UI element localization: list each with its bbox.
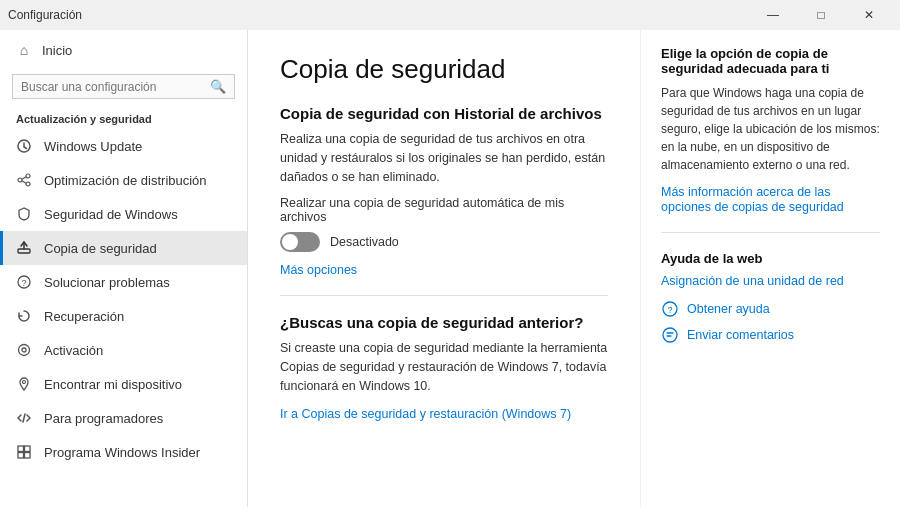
sidebar: ⌂ Inicio 🔍 Actualización y seguridad Win… [0, 30, 248, 507]
backup-toggle[interactable] [280, 232, 320, 252]
page-title: Copia de seguridad [280, 54, 608, 85]
help-title: Ayuda de la web [661, 251, 880, 266]
copia-icon [16, 240, 32, 256]
sidebar-item-insider[interactable]: Programa Windows Insider [0, 435, 247, 469]
sidebar-item-label: Para programadores [44, 411, 163, 426]
get-help-link[interactable]: Obtener ayuda [687, 302, 770, 316]
content-area: ⌂ Inicio 🔍 Actualización y seguridad Win… [0, 30, 900, 507]
sidebar-item-label: Seguridad de Windows [44, 207, 178, 222]
sidebar-item-label: Programa Windows Insider [44, 445, 200, 460]
search-box: 🔍 [12, 74, 235, 99]
help-section: Ayuda de la web Asignación de una unidad… [661, 251, 880, 344]
encontrar-icon [16, 376, 32, 392]
right-divider [661, 232, 880, 233]
sidebar-item-seguridad[interactable]: Seguridad de Windows [0, 197, 247, 231]
window: Configuración — □ ✕ ⌂ Inicio 🔍 Actualiza… [0, 0, 900, 507]
titlebar-controls: — □ ✕ [750, 0, 892, 30]
more-options-link[interactable]: Más opciones [280, 263, 357, 277]
windows-update-icon [16, 138, 32, 154]
sidebar-item-activacion[interactable]: Activación [0, 333, 247, 367]
right-panel: Elige la opción de copia de seguridad ad… [640, 30, 900, 507]
sidebar-item-label: Windows Update [44, 139, 142, 154]
sidebar-item-label: Encontrar mi dispositivo [44, 377, 182, 392]
tip-desc: Para que Windows haga una copia de segur… [661, 84, 880, 174]
go-restore-link[interactable]: Ir a Copias de seguridad y restauración … [280, 407, 571, 421]
svg-point-9 [19, 345, 30, 356]
section1-heading: Copia de seguridad con Historial de arch… [280, 105, 608, 122]
svg-line-12 [23, 414, 25, 422]
svg-text:?: ? [21, 278, 26, 288]
sidebar-item-recuperacion[interactable]: Recuperación [0, 299, 247, 333]
sidebar-home[interactable]: ⌂ Inicio [0, 30, 247, 70]
sidebar-item-solucionar[interactable]: ? Solucionar problemas [0, 265, 247, 299]
svg-rect-15 [18, 453, 24, 459]
svg-rect-14 [25, 446, 31, 452]
sidebar-item-windows-update[interactable]: Windows Update [0, 129, 247, 163]
section1-desc: Realiza una copia de seguridad de tus ar… [280, 130, 608, 186]
search-input[interactable] [21, 80, 210, 94]
svg-line-4 [22, 177, 26, 179]
recuperacion-icon [16, 308, 32, 324]
titlebar: Configuración — □ ✕ [0, 0, 900, 30]
sidebar-item-label: Copia de seguridad [44, 241, 157, 256]
close-button[interactable]: ✕ [846, 0, 892, 30]
send-feedback-item[interactable]: Enviar comentarios [661, 326, 880, 344]
sidebar-item-copia[interactable]: Copia de seguridad [0, 231, 247, 265]
svg-point-11 [23, 381, 26, 384]
section-anterior: ¿Buscas una copia de seguridad anterior?… [280, 314, 608, 420]
sidebar-item-encontrar[interactable]: Encontrar mi dispositivo [0, 367, 247, 401]
section2-heading: ¿Buscas una copia de seguridad anterior? [280, 314, 608, 331]
svg-point-1 [18, 178, 22, 182]
svg-rect-13 [18, 446, 24, 452]
section-historial: Copia de seguridad con Historial de arch… [280, 105, 608, 277]
tip-link[interactable]: Más información acerca de las opciones d… [661, 185, 844, 214]
sidebar-item-label: Activación [44, 343, 103, 358]
home-icon: ⌂ [16, 42, 32, 58]
distribucion-icon [16, 172, 32, 188]
minimize-button[interactable]: — [750, 0, 796, 30]
svg-point-3 [26, 182, 30, 186]
sidebar-item-label: Recuperación [44, 309, 124, 324]
sidebar-item-programadores[interactable]: Para programadores [0, 401, 247, 435]
sidebar-item-label: Optimización de distribución [44, 173, 207, 188]
main-content: Copia de seguridad Copia de seguridad co… [248, 30, 640, 507]
svg-rect-16 [25, 453, 31, 459]
section2-desc: Si creaste una copia de seguridad median… [280, 339, 608, 395]
tip-title: Elige la opción de copia de seguridad ad… [661, 46, 880, 76]
get-help-item[interactable]: ? Obtener ayuda [661, 300, 880, 318]
toggle-label: Desactivado [330, 235, 399, 249]
activacion-icon [16, 342, 32, 358]
seguridad-icon [16, 206, 32, 222]
programadores-icon [16, 410, 32, 426]
sidebar-section-title: Actualización y seguridad [0, 107, 247, 129]
tip-section: Elige la opción de copia de seguridad ad… [661, 46, 880, 214]
solucionar-icon: ? [16, 274, 32, 290]
sidebar-item-label: Solucionar problemas [44, 275, 170, 290]
svg-point-10 [22, 348, 26, 352]
send-feedback-link[interactable]: Enviar comentarios [687, 328, 794, 342]
insider-icon [16, 444, 32, 460]
network-drive-link[interactable]: Asignación de una unidad de red [661, 274, 880, 288]
feedback-icon [661, 326, 679, 344]
get-help-icon: ? [661, 300, 679, 318]
svg-line-5 [22, 181, 26, 183]
search-icon: 🔍 [210, 79, 226, 94]
maximize-button[interactable]: □ [798, 0, 844, 30]
svg-point-2 [26, 174, 30, 178]
backup-auto-label: Realizar una copia de seguridad automáti… [280, 196, 608, 224]
window-title: Configuración [8, 8, 82, 22]
sidebar-home-label: Inicio [42, 43, 72, 58]
svg-text:?: ? [667, 305, 672, 315]
sidebar-item-distribucion[interactable]: Optimización de distribución [0, 163, 247, 197]
toggle-row: Desactivado [280, 232, 608, 252]
section-divider [280, 295, 608, 296]
